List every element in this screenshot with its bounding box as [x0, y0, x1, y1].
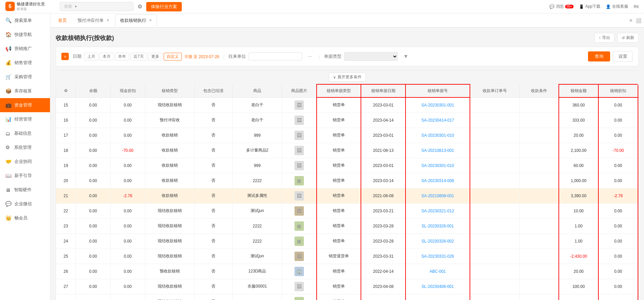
cell-verify-date: 2023-03-21 — [361, 203, 406, 218]
verify-no-link[interactable]: ABC-001 — [430, 269, 446, 274]
data-table: ⚙ 余额 现金折扣 核销类型 包含已结清 商品 商品图片 核销单据类型 核销单据… — [56, 84, 638, 300]
cell-verify-discount: 0.00 — [598, 249, 638, 264]
col-include-settled: 包含已结清 — [195, 84, 233, 97]
verify-no-link[interactable]: SA-20230314-008 — [421, 178, 454, 183]
verify-no-link[interactable]: SA-20230414-017 — [421, 118, 454, 123]
sidebar-item-search-menu[interactable]: 🔍 搜索菜单 — [0, 13, 50, 28]
sidebar-item-enterprise[interactable]: 🤝 企业协同 — [0, 155, 50, 169]
trial-industry-button[interactable]: 体验行业方案 — [146, 2, 182, 11]
sidebar-item-hardware[interactable]: 🖥 智能硬件 — [0, 183, 50, 197]
user-menu[interactable]: Rit — [634, 4, 639, 9]
verify-no-link[interactable]: SA-20230301-001 — [421, 103, 454, 108]
page-actions: ↑ 导出 ↺ 刷新 — [594, 33, 639, 43]
purchase-icon: 🛒 — [5, 74, 12, 80]
tab-maximize-button[interactable]: ⬜ — [636, 18, 641, 23]
verify-no-link[interactable]: SA-20210808-001 — [421, 194, 454, 198]
quick-nav-icon: 🏠 — [5, 32, 12, 38]
sidebar-item-operations[interactable]: 📊 经营管理 — [0, 112, 50, 126]
date-last-month-button[interactable]: 上月 — [84, 53, 98, 60]
export-button[interactable]: ↑ 导出 — [594, 33, 614, 43]
filter-divider-1: | — [223, 54, 224, 59]
voucher-filter-label: 单据类型 — [324, 53, 341, 59]
verify-no-link[interactable]: SL-20230408-001 — [422, 284, 454, 289]
sidebar-item-finance[interactable]: 💼 资金管理 — [0, 98, 50, 112]
top-search-box[interactable]: 搜索 ▼ — [60, 2, 133, 11]
date-more-button[interactable]: 更多 — [148, 53, 162, 60]
cell-verify-discount: 0.00 — [598, 218, 638, 233]
cell-include-settled: 否 — [195, 264, 233, 279]
tab-prepay[interactable]: 预付冲应付单 ✕ — [72, 14, 114, 27]
verify-no-link[interactable]: SA-20230331-026 — [421, 254, 454, 259]
tab-bar-right: ✕ ⬜ — [629, 18, 641, 23]
cell-collection-condition — [519, 173, 559, 188]
date-custom-button[interactable]: 自定义 — [164, 53, 182, 60]
voucher-filter-dots-button[interactable]: ▼ — [400, 53, 411, 59]
cell-collection-order-no — [470, 203, 519, 218]
sidebar-item-quick-nav[interactable]: 🏠 快捷导航 — [0, 28, 50, 42]
sidebar-item-member[interactable]: 👑 畅会员 — [0, 211, 50, 225]
expand-more-button[interactable]: ∨ 展开更多条件 — [329, 73, 366, 82]
table-row: 20 0.00 0.00 收款核销 否 2222 ▦ 销货单 2023-03-1… — [56, 173, 638, 188]
refresh-button[interactable]: ↺ 刷新 — [617, 33, 639, 43]
cell-goods: 2222 — [232, 294, 282, 300]
cell-verify-no: SL-20230408-001 — [406, 279, 470, 294]
cell-balance: 0.00 — [76, 218, 110, 233]
cell-cash-discount: 0.00 — [110, 128, 145, 143]
date-this-month-button[interactable]: 本月 — [100, 53, 114, 60]
app-download-button[interactable]: 📱 App下载 — [579, 4, 600, 9]
message-button[interactable]: 💬 消息 99+ — [549, 4, 574, 9]
sidebar-item-marketing[interactable]: 📢 营销推广 — [0, 42, 50, 56]
voucher-type-select[interactable] — [344, 52, 398, 61]
sidebar-item-system[interactable]: ⚙ 系统管理 — [0, 140, 50, 155]
verify-no-link[interactable]: SL-20230328-001 — [422, 224, 454, 228]
cell-verify-amount: 100.00 — [559, 279, 598, 294]
cell-cash-discount: -70.00 — [110, 143, 145, 158]
cell-balance: 0.00 — [76, 113, 110, 128]
source-filter-dots-button[interactable]: ··· — [305, 53, 315, 59]
sidebar-item-purchase[interactable]: 🛒 采购管理 — [0, 70, 50, 84]
verify-no-link[interactable]: SA-20230301-010 — [421, 163, 454, 168]
source-filter-input[interactable] — [249, 52, 302, 60]
tab-prepay-close-button[interactable]: ✕ — [106, 18, 109, 23]
sidebar-item-basic-info[interactable]: 🗂 基础信息 — [0, 126, 50, 140]
sidebar-item-label: 快捷导航 — [14, 32, 32, 38]
col-goods-img: 商品图片 — [282, 84, 317, 97]
filter-settings-button[interactable]: 设置 — [613, 51, 633, 62]
cell-goods-img: 🏢 — [282, 264, 317, 279]
col-settings[interactable]: ⚙ — [56, 84, 76, 97]
sidebar-item-inventory[interactable]: 📦 库存核算 — [0, 84, 50, 98]
sidebar-item-sales[interactable]: 💰 销售管理 — [0, 56, 50, 70]
cell-verify-amount: -2,430.00 — [559, 249, 598, 264]
cell-row-no: 21 — [56, 188, 76, 203]
member-icon: 👑 — [5, 215, 12, 221]
cell-collection-condition — [519, 203, 559, 218]
tab-collection[interactable]: 收款核销执行 ✕ — [115, 14, 157, 27]
cell-include-settled: 否 — [195, 173, 233, 188]
tab-home[interactable]: 首页 — [53, 14, 72, 27]
verify-no-link[interactable]: SA-20230301-010 — [421, 133, 454, 138]
cell-verify-no: SA-20230321-012 — [406, 203, 470, 218]
sidebar-item-wechat[interactable]: 💬 企业微信 — [0, 197, 50, 211]
date-7days-button[interactable]: 近7天 — [130, 53, 147, 60]
cell-verify-type: 预收款核销 — [145, 264, 194, 279]
tab-collection-close-button[interactable]: ✕ — [149, 18, 152, 23]
app-body: 🔍 搜索菜单 🏠 快捷导航 📢 营销推广 💰 销售管理 🛒 采购管理 📦 库存核… — [0, 13, 644, 300]
verify-no-link[interactable]: SA-20230321-012 — [421, 209, 454, 213]
tab-close-all-button[interactable]: ✕ — [629, 18, 633, 23]
tab-collection-label: 收款核销执行 — [120, 17, 146, 24]
cell-cash-discount: 0.00 — [110, 279, 145, 294]
cell-cash-discount: 0.00 — [110, 264, 145, 279]
cell-goods: 2222 — [232, 233, 282, 249]
online-service-button[interactable]: 👤 在线客服 — [606, 4, 628, 9]
verify-no-link[interactable]: SA-20210813-001 — [421, 148, 454, 153]
cell-goods: 123D商品 — [232, 264, 282, 279]
cell-balance: 0.00 — [76, 264, 110, 279]
verify-no-link[interactable]: SL-20230328-002 — [422, 239, 454, 244]
settings-gear-button[interactable]: ⚙ — [138, 3, 142, 10]
cell-goods: 测试多属性 — [232, 188, 282, 203]
query-button[interactable]: 查询 — [588, 51, 610, 61]
date-this-year-button[interactable]: 本年 — [115, 53, 129, 60]
cell-verify-amount: 100.00 — [559, 294, 598, 300]
filter-expand-button[interactable]: » — [61, 53, 69, 60]
sidebar-item-guide[interactable]: 📖 新手引导 — [0, 169, 50, 183]
